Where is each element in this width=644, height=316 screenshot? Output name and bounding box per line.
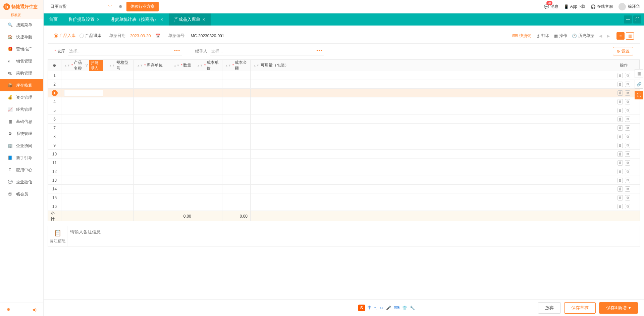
cell-price[interactable] <box>194 132 222 141</box>
product-name-input[interactable] <box>64 90 103 96</box>
table-row[interactable]: 9 🗑 ⧉ <box>48 141 640 150</box>
cell-price[interactable] <box>194 106 222 115</box>
cell-unit[interactable] <box>134 132 166 141</box>
cell-qty[interactable] <box>166 185 194 193</box>
delete-row-icon[interactable]: 🗑 <box>618 204 623 209</box>
add-row-icon[interactable]: + <box>52 90 58 96</box>
table-row[interactable]: 7 🗑 ⧉ <box>48 124 640 132</box>
header-product-name[interactable]: ▲▼ *产品名称 ? 扫码录入 <box>61 60 106 71</box>
cell-spec[interactable] <box>106 159 134 167</box>
cell-spec[interactable] <box>106 176 134 184</box>
tab-0[interactable]: 首页 <box>44 13 63 26</box>
cell-qty[interactable] <box>166 159 194 167</box>
sidebar-item-team[interactable]: 🏢企业协同 <box>0 140 43 152</box>
cell-available[interactable] <box>251 159 608 167</box>
close-icon[interactable]: ✕ <box>160 17 163 22</box>
rail-btn-1[interactable]: ▦ <box>635 69 643 78</box>
delete-row-icon[interactable]: 🗑 <box>618 125 623 131</box>
cell-spec[interactable] <box>106 71 134 80</box>
table-row[interactable]: + 🗑 ⧉ <box>48 89 640 97</box>
cell-price[interactable] <box>194 150 222 158</box>
support-link[interactable]: 🎧 在线客服 <box>591 4 613 9</box>
sidebar-item-apps[interactable]: 🗓应用中心 <box>0 164 43 176</box>
table-row[interactable]: 15 🗑 ⧉ <box>48 193 640 202</box>
sidebar-item-gear[interactable]: ⚙系统管理 <box>0 128 43 140</box>
ime-lang[interactable]: 中 <box>368 305 372 311</box>
cell-price[interactable] <box>194 97 222 106</box>
ime-punct-icon[interactable]: •ˌ <box>374 306 377 310</box>
shop-settings-icon[interactable]: ⚙ <box>119 4 122 9</box>
close-icon[interactable]: ✕ <box>97 17 100 22</box>
cell-price[interactable] <box>194 193 222 202</box>
cell-available[interactable] <box>251 150 608 158</box>
cell-price[interactable] <box>194 159 222 167</box>
operate-link[interactable]: ▦操作 <box>554 33 567 39</box>
cell-unit[interactable] <box>134 124 166 132</box>
cell-spec[interactable] <box>106 106 134 115</box>
settings-button[interactable]: ⚙ 设置 <box>613 47 633 55</box>
cell-amount[interactable] <box>222 202 251 211</box>
table-row[interactable]: 16 🗑 ⧉ <box>48 202 640 211</box>
ime-icon[interactable]: S <box>358 305 365 311</box>
view-list[interactable]: ≡ <box>616 32 625 40</box>
tab-2[interactable]: 进货单统计表（按商品）✕ <box>105 13 169 26</box>
trial-button[interactable]: 体验行业方案 <box>126 2 159 11</box>
calendar-icon[interactable]: 📅 <box>155 34 160 38</box>
delete-row-icon[interactable]: 🗑 <box>618 143 623 148</box>
tabs-fullscreen[interactable]: ⛶ <box>633 15 641 24</box>
cell-unit[interactable] <box>134 97 166 106</box>
ime-tool-icon[interactable]: 🔧 <box>410 306 415 310</box>
sidebar-item-coin[interactable]: 💰资金管理 <box>0 91 43 103</box>
cell-available[interactable] <box>251 141 608 149</box>
cell-amount[interactable] <box>222 150 251 158</box>
cell-available[interactable] <box>251 176 608 184</box>
cell-unit[interactable] <box>134 202 166 211</box>
cell-amount[interactable] <box>222 106 251 115</box>
cell-unit[interactable] <box>134 193 166 202</box>
delete-row-icon[interactable]: 🗑 <box>618 73 623 78</box>
cell-available[interactable] <box>251 97 608 106</box>
cell-spec[interactable] <box>106 132 134 141</box>
cell-unit[interactable] <box>134 141 166 149</box>
cell-amount[interactable] <box>222 141 251 149</box>
ime-smile-icon[interactable]: ☺ <box>379 306 383 310</box>
download-link[interactable]: 📱 App下载 <box>564 4 585 9</box>
delete-row-icon[interactable]: 🗑 <box>618 82 623 87</box>
cell-price[interactable] <box>194 89 222 97</box>
copy-row-icon[interactable]: ⧉ <box>625 151 630 157</box>
save-new-button[interactable]: 保存&新增 ▾ <box>599 302 638 314</box>
delete-row-icon[interactable]: 🗑 <box>618 151 623 157</box>
shop-selector[interactable]: 日用百货 ﹀ <box>48 2 115 11</box>
cell-available[interactable] <box>251 185 608 193</box>
print-link[interactable]: 🖨打印 <box>536 33 549 39</box>
header-gear[interactable]: ⚙ <box>48 60 61 71</box>
warehouse-select[interactable]: 选择... ••• <box>68 47 182 55</box>
copy-row-icon[interactable]: ⧉ <box>625 73 630 78</box>
cell-name[interactable] <box>61 167 106 176</box>
cell-unit[interactable] <box>134 185 166 193</box>
table-row[interactable]: 8 🗑 ⧉ <box>48 132 640 141</box>
cell-spec[interactable] <box>106 167 134 176</box>
copy-row-icon[interactable]: ⧉ <box>625 125 630 131</box>
table-row[interactable]: 2 🗑 ⧉ <box>48 80 640 89</box>
ime-mic-icon[interactable]: 🎤 <box>386 306 391 310</box>
cell-name[interactable] <box>61 159 106 167</box>
cell-qty[interactable] <box>166 106 194 115</box>
cell-available[interactable] <box>251 115 608 123</box>
copy-row-icon[interactable]: ⧉ <box>625 160 630 166</box>
cell-available[interactable] <box>251 71 608 80</box>
cell-name[interactable] <box>61 80 106 88</box>
cell-price[interactable] <box>194 202 222 211</box>
header-available[interactable]: ▲▼可用量（包装） <box>251 60 608 71</box>
cell-unit[interactable] <box>134 150 166 158</box>
cell-unit[interactable] <box>134 176 166 184</box>
radio-product-in[interactable]: 产品入库 <box>54 33 75 39</box>
cell-name[interactable] <box>61 115 106 123</box>
shortcut-link[interactable]: ⌨快捷键 <box>512 33 531 39</box>
next-icon[interactable]: ▶ <box>607 34 610 38</box>
header-qty[interactable]: ▲▼*数量 <box>166 60 194 71</box>
cell-amount[interactable] <box>222 185 251 193</box>
scan-button[interactable]: 扫码录入 <box>89 60 103 71</box>
header-price[interactable]: ▲▼*成本单价 <box>194 60 222 71</box>
cell-name[interactable] <box>61 185 106 193</box>
